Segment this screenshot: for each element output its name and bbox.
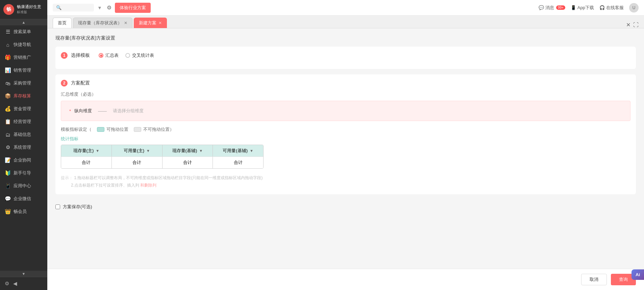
bottom-bar: 取消 查询 [47, 269, 644, 290]
step1-block: 1 选择模板 汇总表 交叉统计表 [55, 47, 636, 69]
sidebar-item-new-guide[interactable]: 🔰 新手引导 [0, 167, 47, 179]
system-icon: ⚙ [5, 144, 11, 150]
radio-summary-circle [99, 53, 103, 58]
stats-col1-dropdown-icon[interactable]: ▼ [96, 149, 99, 153]
footer-settings-icon[interactable]: ⚙ [5, 281, 9, 287]
required-field: * 纵向维度 —— 请选择分组维度 [69, 108, 622, 114]
stats-col4-dropdown-icon[interactable]: ▼ [250, 149, 253, 153]
sidebar-scroll-up[interactable]: ▲ [0, 19, 47, 25]
radio-cross[interactable]: 交叉统计表 [125, 52, 154, 58]
tab-inventory-close-icon[interactable]: ✕ [124, 21, 127, 25]
close-window-icon[interactable]: ✕ [626, 22, 630, 28]
radio-summary[interactable]: 汇总表 [99, 52, 119, 58]
radio-cross-label: 交叉统计表 [132, 52, 154, 58]
tab-home-label: 首页 [58, 20, 67, 26]
step2-num: 2 [61, 80, 68, 87]
stats-col1-header[interactable]: 现存量(主) ▼ [61, 145, 112, 156]
dropdown-arrow-icon[interactable]: ▼ [97, 5, 102, 10]
tips-item2-highlight: 和删除列 [140, 183, 156, 188]
template-radio-group: 汇总表 交叉统计表 [99, 52, 154, 58]
stats-col2-dropdown-icon[interactable]: ▼ [146, 149, 150, 153]
footer-collapse-icon[interactable]: ◀ [13, 281, 17, 287]
sidebar-label-sales: 销售管理 [14, 67, 31, 73]
sidebar-item-app-center[interactable]: 📱 应用中心 [0, 179, 47, 192]
sidebar-item-purchase[interactable]: 🛍 采购管理 [0, 77, 47, 90]
not-draggable-legend: 不可拖动位置） [134, 126, 174, 132]
indicators-setting-label: 模板指标设定（ [61, 126, 92, 132]
sidebar-label-purchase: 采购管理 [14, 80, 31, 86]
save-scheme-label: 方案保存(可选) [63, 204, 92, 210]
not-draggable-box [134, 127, 141, 132]
not-draggable-label: 不可拖动位置） [143, 126, 174, 132]
stats-col3-sub: 合计 [183, 160, 192, 166]
content-area: 现存量(库存状况表)方案设置 1 选择模板 汇总表 交叉统计表 [47, 28, 644, 269]
step2-header: 2 方案配置 [61, 80, 630, 87]
tab-home[interactable]: 首页 [53, 18, 72, 28]
sidebar-item-marketing[interactable]: 🎁 营销推广 [0, 51, 47, 64]
sidebar-nav: ☰ 搜索菜单 ⌂ 快捷导航 🎁 营销推广 📊 销售管理 🛍 采购管理 📦 库存核… [0, 25, 47, 271]
sidebar-item-member[interactable]: 👑 畅会员 [0, 205, 47, 218]
sidebar-item-wechat[interactable]: 💬 企业微信 [0, 192, 47, 205]
sidebar-label-quicknav: 快捷导航 [14, 42, 31, 48]
tab-new-scheme[interactable]: 新建方案 ✕ [134, 18, 167, 28]
save-scheme-row: 方案保存(可选) [55, 200, 636, 214]
sidebar-scroll-down[interactable]: ▼ [0, 271, 47, 277]
finance-icon: 💰 [5, 106, 11, 112]
trial-btn[interactable]: 体验行业方案 [115, 3, 151, 13]
sidebar: 畅 畅康通好生意 标准版 ▲ ☰ 搜索菜单 ⌂ 快捷导航 🎁 营销推广 📊 销售… [0, 0, 47, 290]
app-download-btn[interactable]: 📱 App下载 [571, 5, 594, 11]
inventory-icon: 📦 [5, 93, 11, 99]
stats-col1-data: 合计 [61, 157, 112, 168]
tab-new-scheme-close-icon[interactable]: ✕ [158, 21, 162, 25]
save-scheme-checkbox[interactable] [55, 204, 60, 209]
purchase-icon: 🛍 [5, 80, 11, 86]
stats-col4-label: 可用量(基辅) [223, 148, 248, 154]
tabbar: 首页 现存量（库存状况表） ✕ 新建方案 ✕ ✕ ⛶ [47, 16, 644, 28]
wechat-icon: 💬 [5, 196, 11, 202]
app-download-icon: 📱 [571, 5, 576, 10]
sidebar-item-enterprise[interactable]: 📝 企业协同 [0, 154, 47, 167]
app-badge: 标准版 [17, 10, 41, 15]
sales-icon: 📊 [5, 67, 11, 73]
stats-col2-header[interactable]: 可用量(主) ▼ [112, 145, 163, 156]
online-service-btn[interactable]: 🎧 在线客服 [599, 5, 624, 11]
sidebar-label-marketing: 营销推广 [14, 54, 31, 61]
stats-col4-header[interactable]: 可用量(基辅) ▼ [213, 145, 263, 156]
sidebar-item-finance[interactable]: 💰 资金管理 [0, 102, 47, 115]
search-box[interactable]: 🔍 [53, 4, 94, 11]
sidebar-label-member: 畅会员 [14, 209, 27, 215]
draggable-legend: 可拖动位置 [97, 126, 128, 132]
sidebar-item-system[interactable]: ⚙ 系统管理 [0, 141, 47, 154]
stats-col2-sub: 合计 [132, 160, 141, 166]
dimension-placeholder[interactable]: 请选择分组维度 [113, 108, 144, 114]
message-badge: 99+ [556, 5, 565, 10]
expand-window-icon[interactable]: ⛶ [633, 22, 639, 28]
stats-section-label: 统计指标 [61, 136, 630, 142]
stats-col3-data: 合计 [163, 157, 213, 168]
user-avatar[interactable]: U [629, 3, 639, 13]
stats-table: 现存量(主) ▼ 可用量(主) ▼ 现存量(基辅) ▼ 可用量(基辅) [61, 145, 264, 169]
ai-float-button[interactable]: Ai [631, 269, 644, 280]
sidebar-label-search: 搜索菜单 [14, 29, 31, 35]
sidebar-item-search-menu[interactable]: ☰ 搜索菜单 [0, 25, 47, 38]
tab-inventory-label: 现存量（库存状况表） [78, 20, 122, 26]
topbar: 🔍 ▼ ⚙ 体验行业方案 💬 消息 99+ 📱 App下载 🎧 在线客服 U [47, 0, 644, 16]
sidebar-item-sales[interactable]: 📊 销售管理 [0, 64, 47, 77]
sidebar-item-operations[interactable]: 📋 经营管理 [0, 115, 47, 128]
tab-inventory-status[interactable]: 现存量（库存状况表） ✕ [73, 18, 132, 28]
step2-block: 2 方案配置 汇总维度（必选） * 纵向维度 —— 请选择分组维度 模板指标设定… [55, 74, 636, 194]
sidebar-item-quick-nav[interactable]: ⌂ 快捷导航 [0, 38, 47, 51]
cancel-button[interactable]: 取消 [581, 274, 607, 285]
search-input[interactable] [64, 5, 91, 10]
radio-summary-label: 汇总表 [105, 52, 119, 58]
sidebar-label-operations: 经营管理 [14, 119, 31, 125]
stats-col3-dropdown-icon[interactable]: ▼ [199, 149, 203, 153]
sidebar-item-inventory[interactable]: 📦 库存核算 [0, 90, 47, 102]
sidebar-label-enterprise: 企业协同 [14, 157, 31, 163]
sidebar-item-base-info[interactable]: 🗂 基础信息 [0, 128, 47, 141]
message-label: 消息 [545, 5, 554, 11]
topbar-settings-icon[interactable]: ⚙ [107, 4, 112, 11]
message-btn[interactable]: 💬 消息 99+ [539, 5, 565, 11]
stats-col3-header[interactable]: 现存量(基辅) ▼ [163, 145, 213, 156]
search-menu-icon: ☰ [5, 29, 11, 35]
